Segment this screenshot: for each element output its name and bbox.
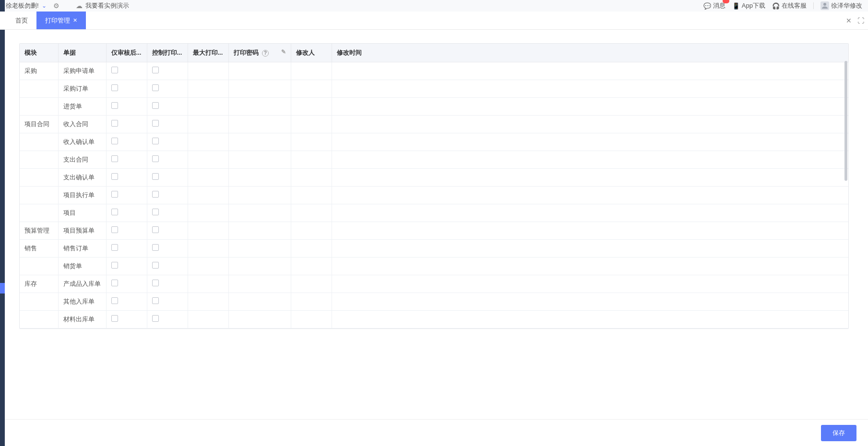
checkbox[interactable] — [111, 138, 118, 144]
cell-max[interactable] — [188, 275, 228, 293]
checkbox[interactable] — [152, 297, 159, 304]
messages-link[interactable]: 💬 消息 — [703, 1, 725, 10]
cell-password[interactable] — [228, 311, 291, 329]
checkbox[interactable] — [111, 315, 118, 322]
checkbox[interactable] — [111, 297, 118, 304]
cell-control — [147, 240, 188, 258]
cell-modifier — [291, 169, 332, 187]
cell-modifier — [291, 187, 332, 204]
table-row: 收入确认单 — [20, 133, 848, 151]
cell-password[interactable] — [228, 62, 291, 80]
cell-after-audit — [106, 62, 147, 80]
checkbox[interactable] — [111, 262, 118, 269]
checkbox[interactable] — [152, 209, 159, 215]
fullscreen-icon[interactable]: ⛶ — [857, 17, 864, 24]
gear-icon[interactable]: ⚙ — [53, 2, 59, 10]
cell-password[interactable] — [228, 80, 291, 98]
cell-modify-time — [332, 98, 848, 116]
cell-modifier — [291, 98, 332, 116]
app-download-link[interactable]: 📱 App下载 — [732, 1, 765, 10]
edit-icon[interactable]: ✎ — [281, 48, 286, 55]
table-row: 销售销售订单 — [20, 240, 848, 258]
cell-after-audit — [106, 151, 147, 169]
checkbox[interactable] — [152, 191, 159, 198]
checkbox[interactable] — [152, 120, 159, 127]
user-menu[interactable]: 徐泽华修改 — [820, 1, 862, 10]
cell-password[interactable] — [228, 204, 291, 222]
cell-doc: 项目执行单 — [58, 187, 106, 204]
cell-max[interactable] — [188, 62, 228, 80]
cell-password[interactable] — [228, 187, 291, 204]
cell-max[interactable] — [188, 133, 228, 151]
checkbox[interactable] — [111, 173, 118, 180]
checkbox[interactable] — [111, 155, 118, 162]
checkbox[interactable] — [152, 173, 159, 180]
checkbox[interactable] — [111, 102, 118, 109]
checkbox[interactable] — [152, 280, 159, 286]
checkbox[interactable] — [111, 120, 118, 127]
customer-service-link[interactable]: 🎧 在线客服 — [772, 1, 807, 10]
scrollbar-thumb[interactable] — [844, 61, 847, 181]
cell-password[interactable] — [228, 275, 291, 293]
cell-password[interactable] — [228, 133, 291, 151]
company-selector[interactable]: 徐老板勿删! ⌄ — [6, 1, 47, 10]
cell-max[interactable] — [188, 204, 228, 222]
tab-print-management[interactable]: 打印管理 ✕ — [36, 12, 86, 29]
checkbox[interactable] — [111, 244, 118, 251]
cell-password[interactable] — [228, 240, 291, 258]
cell-max[interactable] — [188, 311, 228, 329]
checkbox[interactable] — [152, 262, 159, 269]
close-icon[interactable]: ✕ — [73, 17, 77, 23]
cell-max[interactable] — [188, 293, 228, 311]
mobile-icon: 📱 — [732, 2, 740, 10]
table-row: 材料出库单 — [20, 311, 848, 329]
checkbox[interactable] — [111, 280, 118, 286]
cell-password[interactable] — [228, 169, 291, 187]
vertical-scrollbar[interactable] — [844, 61, 847, 328]
table-row: 库存产成品入库单 — [20, 275, 848, 293]
table-row: 进货单 — [20, 98, 848, 116]
cell-modify-time — [332, 311, 848, 329]
checkbox[interactable] — [152, 84, 159, 91]
cell-max[interactable] — [188, 151, 228, 169]
checkbox[interactable] — [111, 67, 118, 73]
cell-max[interactable] — [188, 80, 228, 98]
tab-home[interactable]: 首页 — [7, 12, 36, 29]
checkbox[interactable] — [152, 138, 159, 144]
checkbox[interactable] — [111, 84, 118, 91]
table-row: 项目合同收入合同 — [20, 116, 848, 133]
cell-max[interactable] — [188, 240, 228, 258]
cell-password[interactable] — [228, 258, 291, 275]
cell-doc: 支出确认单 — [58, 169, 106, 187]
cell-control — [147, 116, 188, 133]
checkbox[interactable] — [111, 209, 118, 215]
cell-password[interactable] — [228, 222, 291, 240]
cell-password[interactable] — [228, 98, 291, 116]
cell-max[interactable] — [188, 169, 228, 187]
cell-max[interactable] — [188, 258, 228, 275]
cell-control — [147, 222, 188, 240]
cell-password[interactable] — [228, 116, 291, 133]
cell-max[interactable] — [188, 187, 228, 204]
cell-password[interactable] — [228, 293, 291, 311]
checkbox[interactable] — [152, 155, 159, 162]
checkbox[interactable] — [152, 102, 159, 109]
checkbox[interactable] — [152, 67, 159, 73]
sidebar-collapse-handle[interactable] — [0, 283, 5, 293]
cell-max[interactable] — [188, 98, 228, 116]
cell-doc: 项目预算单 — [58, 222, 106, 240]
checkbox[interactable] — [152, 226, 159, 233]
cell-max[interactable] — [188, 116, 228, 133]
cell-max[interactable] — [188, 222, 228, 240]
cell-password[interactable] — [228, 151, 291, 169]
close-all-icon[interactable]: ✕ — [846, 17, 852, 24]
cell-after-audit — [106, 258, 147, 275]
checkbox[interactable] — [111, 226, 118, 233]
checkbox[interactable] — [111, 191, 118, 198]
help-icon[interactable]: ? — [262, 50, 269, 57]
demo-link[interactable]: ☁ 我要看实例演示 — [76, 1, 129, 10]
cell-module — [20, 311, 58, 329]
cloud-icon: ☁ — [76, 2, 83, 10]
checkbox[interactable] — [152, 244, 159, 251]
checkbox[interactable] — [152, 315, 159, 322]
